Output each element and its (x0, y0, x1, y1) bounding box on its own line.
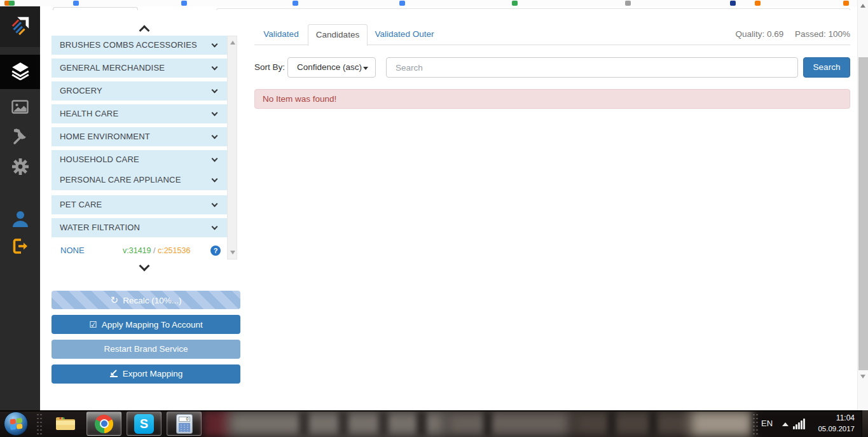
restart-brand-service-button[interactable]: Restart Brand Service (52, 340, 240, 359)
refresh-icon: ↻ (111, 295, 119, 305)
app-logo[interactable] (0, 6, 40, 47)
scrollbar-down-arrow[interactable] (860, 375, 865, 378)
bookmark-favicon[interactable] (9, 1, 15, 6)
tools-icon (11, 128, 29, 148)
bookmark-favicon[interactable] (755, 1, 761, 6)
category-list-scrollbar[interactable] (227, 36, 237, 260)
category-label: GROCERY (60, 86, 102, 95)
cutoff-browser-toolbar (216, 8, 850, 10)
category-row[interactable]: BRUSHES COMBS ACCESSORIES (52, 36, 227, 55)
sidebar-item-settings[interactable] (0, 158, 40, 177)
clock[interactable]: 11:04 05.09.2017 (809, 412, 855, 435)
apply-mapping-button[interactable]: ☑Apply Mapping To Account (52, 315, 240, 334)
network-signal-icon[interactable] (793, 418, 807, 429)
file-explorer-icon (55, 414, 76, 434)
bookmark-favicon[interactable] (73, 1, 79, 6)
chevron-down-icon[interactable] (212, 224, 218, 230)
category-label: GENERAL MERCHANDISE (60, 63, 165, 73)
layers-icon (11, 61, 30, 83)
none-link[interactable]: NONE (60, 241, 85, 260)
category-label: BRUSHES COMBS ACCESSORIES (60, 40, 197, 50)
sidebar-item-logout[interactable] (0, 237, 40, 258)
none-category-row: NONE v:31419 / c:251536 ? (52, 241, 227, 260)
chrome-icon (95, 415, 113, 433)
taskbar-explorer-button[interactable] (50, 412, 81, 436)
chevron-down-icon[interactable] (212, 110, 218, 116)
tray-expand-icon[interactable] (782, 422, 789, 426)
scroll-up-chevron[interactable] (139, 25, 150, 36)
taskbar-skype-button[interactable]: S (127, 412, 162, 436)
category-row[interactable]: WATER FILTRATION (52, 218, 227, 237)
image-icon (11, 100, 29, 117)
restart-label: Restart Brand Service (104, 344, 188, 354)
sidebar-item-mapping[interactable] (0, 55, 40, 89)
none-counts: v:31419 / c:251536 (123, 241, 244, 260)
taskbar-calculator-button[interactable]: 0 (167, 412, 202, 436)
bookmark-favicon[interactable] (843, 1, 849, 6)
no-items-alert: No Item was found! (254, 89, 850, 109)
start-button[interactable] (4, 412, 28, 436)
bookmark-favicon[interactable] (730, 1, 736, 6)
category-row[interactable]: GENERAL MERCHANDISE (52, 59, 227, 78)
category-label: WATER FILTRATION (60, 223, 140, 232)
export-icon (109, 366, 118, 385)
taskbar-separator-dots (752, 413, 759, 434)
bookmark-favicon[interactable] (512, 1, 518, 6)
scrollbar-up-arrow[interactable] (860, 4, 865, 8)
logout-icon (11, 237, 29, 258)
chevron-down-icon[interactable] (212, 87, 218, 94)
search-input[interactable] (386, 57, 798, 78)
search-button[interactable]: Search (803, 57, 850, 78)
bookmark-favicon[interactable] (399, 1, 405, 6)
category-row[interactable]: HOUSEHOLD CARE (52, 150, 227, 169)
taskbar-separator-dots (36, 413, 43, 434)
chevron-down-icon[interactable] (212, 201, 218, 207)
windows-logo-icon (10, 417, 22, 430)
sort-select[interactable]: Confidence (asc) (287, 57, 376, 78)
quality-stats: Quality: 0.69 Passed: 100% (726, 24, 850, 45)
user-icon (11, 209, 29, 231)
bookmark-favicon[interactable] (293, 1, 298, 6)
recalc-button[interactable]: ↻Recalc (10%...) (52, 291, 240, 309)
app-logo-icon (10, 15, 31, 39)
checkbox-check-icon: ☑ (89, 319, 97, 329)
tab-validated-outer[interactable]: Validated Outer (371, 24, 437, 45)
count-separator: / (151, 246, 157, 255)
bookmark-favicon[interactable] (181, 1, 187, 6)
chevron-down-icon[interactable] (212, 41, 218, 48)
show-desktop-button[interactable] (862, 410, 868, 437)
scrollbar-thumb[interactable] (858, 57, 868, 370)
taskbar-chrome-button[interactable] (86, 412, 121, 436)
language-indicator[interactable]: EN (761, 410, 773, 437)
app-sidebar (0, 6, 40, 410)
sidebar-item-images[interactable] (0, 99, 40, 117)
category-row[interactable]: HEALTH CARE (52, 104, 227, 123)
sort-select-value: Confidence (asc) (297, 62, 362, 72)
scroll-down-chevron[interactable] (139, 261, 150, 272)
candidate-count: c:251536 (158, 246, 190, 255)
recalc-label: Recalc (10%...) (123, 296, 181, 305)
windows-taskbar: S 0 EN 11:04 05.09.2017 (0, 410, 868, 437)
screen: BRUSHES COMBS ACCESSORIES GENERAL MERCHA… (0, 0, 868, 437)
category-row[interactable]: PET CARE (52, 195, 227, 214)
tab-candidates[interactable]: Candidates (308, 24, 368, 46)
chevron-down-icon[interactable] (212, 133, 218, 139)
sidebar-item-account[interactable] (0, 209, 40, 232)
category-group: HOUSEHOLD CARE PERSONAL CARE APPLIANCE (52, 150, 227, 190)
scrollbar-down-arrow[interactable] (230, 251, 235, 254)
chevron-down-icon[interactable] (212, 64, 218, 71)
scrollbar-up-arrow[interactable] (230, 41, 235, 45)
sidebar-item-tools[interactable] (0, 128, 40, 148)
category-row[interactable]: HOME ENVIRONMENT (52, 127, 227, 146)
category-label: HEALTH CARE (60, 109, 118, 118)
help-icon[interactable]: ? (210, 246, 221, 256)
chevron-down-icon[interactable] (212, 156, 218, 162)
chevron-down-icon[interactable] (212, 176, 218, 183)
bookmark-favicon[interactable] (625, 1, 631, 6)
tab-validated[interactable]: Validated (257, 24, 305, 45)
category-row[interactable]: PERSONAL CARE APPLIANCE (52, 170, 227, 190)
page-scrollbar[interactable] (857, 0, 868, 410)
export-mapping-button[interactable]: Export Mapping (52, 364, 240, 384)
bookmarks-bar (0, 0, 868, 6)
category-row[interactable]: GROCERY (52, 81, 227, 101)
